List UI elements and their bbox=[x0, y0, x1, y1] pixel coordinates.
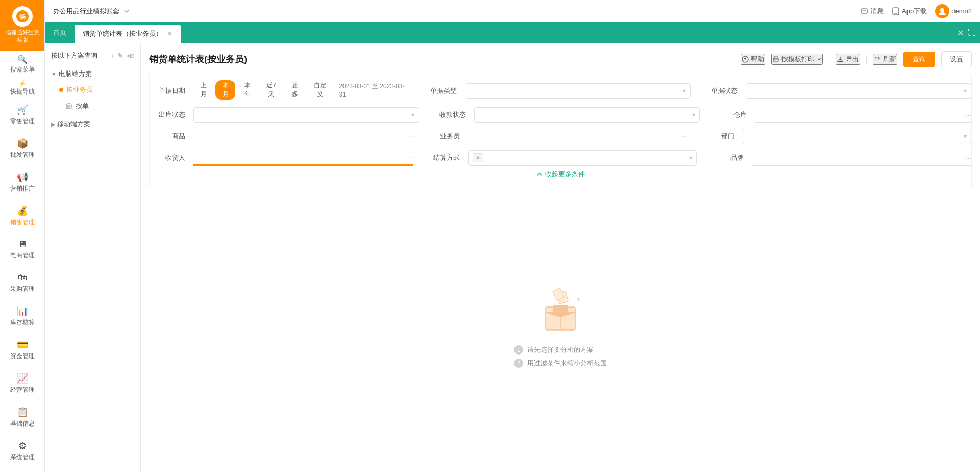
svg-rect-11 bbox=[553, 305, 568, 312]
tab-sales-stat[interactable]: 销货单统计表（按业务员） ✕ bbox=[75, 25, 181, 43]
avatar bbox=[935, 4, 949, 18]
collapse-button[interactable]: 收起更多条件 bbox=[150, 168, 971, 181]
edit-scheme-button[interactable]: ✎ bbox=[117, 52, 124, 60]
desktop-scheme-title[interactable]: ▼ 电脑端方案 bbox=[45, 66, 140, 82]
doc-status-dropdown-icon[interactable]: ▾ bbox=[964, 87, 967, 95]
scheme-item-by-order-label: 按单 bbox=[76, 102, 89, 111]
out-status-dropdown-icon[interactable]: ▾ bbox=[411, 111, 414, 119]
help-button[interactable]: 帮助 bbox=[741, 54, 765, 65]
consignee-dots-icon[interactable]: ··· bbox=[407, 153, 413, 161]
export-icon bbox=[837, 56, 844, 63]
goods-dots-icon[interactable]: ··· bbox=[407, 132, 413, 140]
hint-num-1: 1 bbox=[514, 345, 523, 355]
empty-hints: 1 请先选择要分析的方案 2 用过滤条件来缩小分析范围 bbox=[514, 345, 607, 368]
sidebar-item-sales[interactable]: 💰 销售管理 bbox=[0, 199, 44, 233]
brand-input[interactable] bbox=[752, 154, 965, 161]
query-button[interactable]: 查询 bbox=[903, 52, 935, 67]
sidebar-item-retail[interactable]: 🛒 零售管理 bbox=[0, 98, 44, 132]
marketing-label: 营销推广 bbox=[10, 184, 35, 193]
hint-num-2: 2 bbox=[514, 359, 523, 368]
print-button[interactable]: 按模板打印 bbox=[771, 54, 823, 65]
wholesale-icon: 📦 bbox=[17, 138, 28, 149]
sidebar-item-finance[interactable]: 💳 资金管理 bbox=[0, 333, 44, 367]
date-last-7[interactable]: 近7天 bbox=[260, 80, 283, 100]
date-last-month[interactable]: 上月 bbox=[193, 80, 213, 100]
tab-close-icon[interactable]: ✕ bbox=[167, 30, 173, 37]
messages-label: 消息 bbox=[870, 7, 884, 16]
app-download-button[interactable]: App下载 bbox=[892, 7, 927, 16]
sales-icon: 💰 bbox=[17, 205, 28, 217]
empty-illustration bbox=[530, 284, 591, 335]
sidebar-logo[interactable]: 畅 畅捷通好生意 标版 bbox=[0, 0, 44, 51]
sub-scheme-icon bbox=[65, 103, 72, 110]
receipt-status-dropdown-icon[interactable]: ▾ bbox=[692, 111, 695, 119]
close-tab-button[interactable]: ✕ bbox=[957, 28, 964, 38]
ops-label: 经营管理 bbox=[10, 386, 35, 394]
sidebar-item-wholesale[interactable]: 📦 批发管理 bbox=[0, 132, 44, 166]
inventory-label: 库存核算 bbox=[10, 318, 35, 327]
warehouse-control[interactable]: ··· bbox=[755, 107, 971, 123]
goods-control[interactable]: ··· bbox=[193, 129, 413, 144]
settings-button[interactable]: 设置 bbox=[941, 51, 972, 67]
sidebar-item-ecommerce[interactable]: 🖥 电商管理 bbox=[0, 233, 44, 266]
payment-tag-close[interactable]: × bbox=[476, 154, 480, 161]
logo-icon: 畅 bbox=[12, 6, 33, 27]
tab-home[interactable]: 首页 bbox=[45, 22, 75, 43]
doc-status-input[interactable] bbox=[750, 87, 964, 95]
date-more[interactable]: 更多 bbox=[285, 80, 305, 100]
topbar: 办公用品行业模拟账套 消息 App下载 demo2 bbox=[45, 0, 980, 22]
date-this-month[interactable]: 本月 bbox=[215, 80, 235, 100]
receipt-status-label: 收款状态 bbox=[435, 110, 466, 120]
export-button[interactable]: 导出 bbox=[836, 54, 860, 65]
doc-type-dropdown-icon[interactable]: ▾ bbox=[683, 87, 686, 95]
doc-type-control[interactable]: ▾ bbox=[465, 83, 691, 99]
topbar-dropdown[interactable] bbox=[124, 8, 130, 14]
scheme-item-by-order[interactable]: 按单 bbox=[45, 98, 140, 114]
date-custom[interactable]: 自定义 bbox=[307, 80, 333, 100]
brand-dots-icon[interactable]: ··· bbox=[965, 154, 971, 162]
dept-control[interactable]: ▾ bbox=[743, 129, 971, 144]
doc-type-input[interactable] bbox=[470, 87, 683, 95]
sidebar-item-system[interactable]: ⚙ 系统管理 bbox=[0, 434, 44, 468]
warehouse-input[interactable] bbox=[755, 111, 965, 119]
dept-dropdown-icon[interactable]: ▾ bbox=[964, 133, 967, 140]
staff-input[interactable] bbox=[468, 132, 681, 140]
receipt-status-control[interactable]: ▾ bbox=[474, 107, 700, 123]
consignee-control[interactable]: ··· bbox=[193, 150, 413, 166]
staff-control[interactable]: ··· bbox=[468, 129, 688, 144]
payment-dropdown-icon[interactable]: ▾ bbox=[689, 154, 692, 161]
mobile-scheme-title[interactable]: ▶ 移动端方案 bbox=[45, 116, 140, 132]
sidebar-item-basic[interactable]: 📋 基础信息 bbox=[0, 400, 44, 434]
staff-dots-icon[interactable]: ··· bbox=[681, 132, 688, 140]
brand-control[interactable]: ··· bbox=[752, 150, 971, 166]
doc-status-control[interactable]: ▾ bbox=[746, 83, 971, 99]
payment-control[interactable]: × ▾ bbox=[468, 150, 697, 166]
scheme-item-by-staff[interactable]: 按业务员 bbox=[45, 82, 140, 98]
collapse-scheme-button[interactable]: ≪ bbox=[127, 52, 134, 60]
user-profile[interactable]: demo2 bbox=[935, 4, 972, 18]
messages-button[interactable]: 消息 bbox=[860, 7, 884, 16]
doc-type-label: 单据类型 bbox=[426, 86, 457, 96]
out-status-input[interactable] bbox=[198, 111, 411, 119]
sidebar-item-search[interactable]: 🔍 搜索菜单 bbox=[0, 51, 44, 76]
out-status-control[interactable]: ▾ bbox=[193, 107, 419, 123]
refresh-button[interactable]: 刷新 bbox=[873, 54, 897, 65]
sidebar-item-quick-nav[interactable]: ⚡ 快捷导航 bbox=[0, 76, 44, 98]
sidebar-item-corp[interactable]: 👥 企业协同 bbox=[0, 468, 44, 472]
goods-input[interactable] bbox=[193, 132, 407, 140]
maximize-tab-button[interactable]: ⛶ bbox=[968, 28, 976, 37]
sidebar-item-inventory[interactable]: 📊 库存核算 bbox=[0, 299, 44, 333]
add-scheme-button[interactable]: + bbox=[110, 52, 114, 60]
tabbar-actions: ✕ ⛶ bbox=[957, 28, 980, 38]
consignee-input[interactable] bbox=[193, 154, 407, 161]
sidebar-item-purchase[interactable]: 🛍 采购管理 bbox=[0, 266, 44, 299]
date-this-year[interactable]: 本年 bbox=[237, 80, 257, 100]
svg-point-15 bbox=[539, 303, 541, 305]
sidebar-item-marketing[interactable]: 📢 营销推广 bbox=[0, 166, 44, 199]
out-status-label: 出库状态 bbox=[150, 110, 185, 120]
sidebar-item-ops[interactable]: 📈 经营管理 bbox=[0, 367, 44, 400]
warehouse-dots-icon[interactable]: ··· bbox=[965, 111, 971, 119]
desktop-scheme-group: ▼ 电脑端方案 按业务员 按单 bbox=[45, 66, 140, 114]
receipt-status-input[interactable] bbox=[479, 111, 692, 119]
dept-input[interactable] bbox=[747, 133, 964, 140]
